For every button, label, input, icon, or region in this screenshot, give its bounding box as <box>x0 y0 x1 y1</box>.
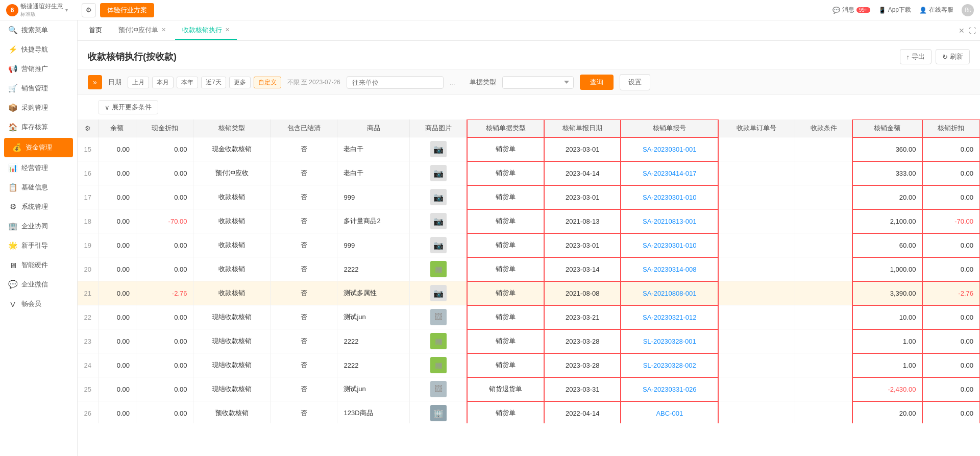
cell-receipt-order-no <box>718 257 795 281</box>
cell-balance: 0.00 <box>98 185 136 209</box>
filter-toggle-button[interactable]: » <box>88 75 102 89</box>
cell-verify-bill-no[interactable]: SA-20230414-017 <box>621 161 718 185</box>
col-header-settings[interactable]: ⚙ <box>78 119 98 137</box>
verify-bill-no-link[interactable]: SA-20230414-017 <box>643 170 697 177</box>
verify-bill-no-link[interactable]: ABC-001 <box>656 410 683 417</box>
verify-bill-no-link[interactable]: SA-20210813-001 <box>643 218 697 225</box>
sidebar-item-wechat[interactable]: 💬企业微信 <box>0 275 77 294</box>
cell-balance: 0.00 <box>98 281 136 305</box>
sidebar-item-base[interactable]: 📋基础信息 <box>0 178 77 197</box>
verify-bill-no-link[interactable]: SA-20230331-026 <box>643 386 697 393</box>
cell-verify-bill-no[interactable]: SA-20230314-008 <box>621 257 718 281</box>
sidebar-item-shortcut[interactable]: ⚡快捷导航 <box>0 40 77 59</box>
sidebar-item-operations[interactable]: 📊经营管理 <box>0 158 77 178</box>
online-service-button[interactable]: 👤 在线客服 <box>919 6 953 14</box>
main-layout: 🔍搜索菜单⚡快捷导航📢营销推广🛒销售管理📦采购管理🏠库存核算💰资金管理📊经营管理… <box>0 20 980 456</box>
expand-more-button[interactable]: ∨ 展开更多条件 <box>98 100 158 114</box>
cell-include-settled: 否 <box>270 161 337 185</box>
cell-verify-bill-no[interactable]: SL-20230328-002 <box>621 353 718 377</box>
sidebar-item-marketing[interactable]: 📢营销推广 <box>0 59 77 79</box>
filter-setting-button[interactable]: 设置 <box>620 74 650 90</box>
cell-verify-bill-no[interactable]: SA-20210808-001 <box>621 281 718 305</box>
sidebar-item-sales[interactable]: 🛒销售管理 <box>0 79 77 98</box>
verify-bill-no-link[interactable]: SL-20230328-001 <box>643 338 696 345</box>
date-btn-custom[interactable]: 自定义 <box>254 77 281 88</box>
app-download-button[interactable]: 📱 App下载 <box>878 6 911 14</box>
query-button[interactable]: 查询 <box>580 75 614 90</box>
verify-bill-no-link[interactable]: SA-20230301-010 <box>643 194 697 201</box>
col-header-receipt-terms: 收款条件 <box>795 119 852 137</box>
cell-verify-bill-type: 销货单 <box>467 209 544 233</box>
cell-no: 24 <box>78 353 98 377</box>
sidebar-item-inventory[interactable]: 🏠库存核算 <box>0 117 77 137</box>
date-btn-more[interactable]: 更多 <box>229 77 251 88</box>
industry-solution-button[interactable]: 体验行业方案 <box>100 3 154 17</box>
bill-type-select[interactable] <box>502 76 574 89</box>
user-avatar[interactable]: Rit <box>962 4 974 16</box>
sidebar-item-guide[interactable]: 🌟新手引导 <box>0 236 77 255</box>
cell-verify-bill-no[interactable]: ABC-001 <box>621 401 718 424</box>
cell-receipt-terms <box>795 305 852 329</box>
sidebar-item-purchase[interactable]: 📦采购管理 <box>0 98 77 117</box>
sidebar-item-corp[interactable]: 🏢企业协同 <box>0 217 77 236</box>
messages-button[interactable]: 💬 消息 99+ <box>832 6 870 14</box>
cell-product-img: ▦ <box>410 353 467 377</box>
tab-close-receipt[interactable]: ✕ <box>225 27 230 33</box>
tab-close-all-icon[interactable]: ✕ <box>959 27 965 35</box>
export-button[interactable]: ↑ 导出 <box>900 49 932 64</box>
cell-receipt-terms <box>795 185 852 209</box>
cell-verify-bill-type: 销货单 <box>467 185 544 209</box>
cell-verify-bill-no[interactable]: SA-20230301-010 <box>621 233 718 257</box>
verify-bill-no-link[interactable]: SA-20230301-001 <box>643 146 697 153</box>
sidebar-label-marketing: 营销推广 <box>21 64 48 74</box>
col-settings-icon[interactable]: ⚙ <box>85 125 91 132</box>
date-btn-this-year[interactable]: 本年 <box>177 77 198 88</box>
sidebar-item-search[interactable]: 🔍搜索菜单 <box>0 20 77 40</box>
cell-verify-bill-no[interactable]: SL-20230328-001 <box>621 329 718 353</box>
cell-receipt-terms <box>795 401 852 424</box>
verify-bill-no-link[interactable]: SL-20230328-002 <box>643 362 696 369</box>
source-unit-input[interactable] <box>347 76 444 89</box>
cell-verify-bill-type: 销货单 <box>467 281 544 305</box>
cell-product: 2222 <box>337 353 410 377</box>
tab-prepay[interactable]: 预付冲应付单 ✕ <box>111 21 173 40</box>
logo-dropdown-arrow[interactable]: ▾ <box>65 7 68 13</box>
cell-verify-bill-no[interactable]: SA-20230301-010 <box>621 185 718 209</box>
settings-gear-button[interactable]: ⚙ <box>82 3 96 17</box>
verify-bill-no-link[interactable]: SA-20230321-012 <box>643 314 697 321</box>
tab-home[interactable]: 首页 <box>82 21 109 40</box>
sidebar-icon-operations: 📊 <box>8 163 17 173</box>
cell-verify-bill-no[interactable]: SA-20230301-001 <box>621 137 718 161</box>
sidebar-item-hardware[interactable]: 🖥智能硬件 <box>0 255 77 275</box>
sidebar-icon-purchase: 📦 <box>8 103 17 112</box>
cell-product: 123D商品 <box>337 401 410 424</box>
verify-bill-no-link[interactable]: SA-20230314-008 <box>643 266 697 273</box>
sidebar-label-sales: 销售管理 <box>21 84 48 93</box>
cell-verify-bill-no[interactable]: SA-20210813-001 <box>621 209 718 233</box>
cell-verify-bill-no[interactable]: SA-20230331-026 <box>621 377 718 401</box>
cell-include-settled: 否 <box>270 353 337 377</box>
cell-verify-type: 现结收款核销 <box>193 353 270 377</box>
sidebar-icon-sales: 🛒 <box>8 84 17 93</box>
tab-receipt[interactable]: 收款核销执行 ✕ <box>175 21 237 40</box>
cell-no: 21 <box>78 281 98 305</box>
verify-bill-no-link[interactable]: SA-20230301-010 <box>643 242 697 249</box>
cell-verify-bill-date: 2022-04-14 <box>544 401 621 424</box>
verify-bill-no-link[interactable]: SA-20210808-001 <box>643 290 697 297</box>
date-btn-7days[interactable]: 近7天 <box>201 77 226 88</box>
sidebar-item-member[interactable]: V畅会员 <box>0 294 77 314</box>
tab-close-prepay[interactable]: ✕ <box>161 27 166 33</box>
sidebar-label-shortcut: 快捷导航 <box>21 45 48 54</box>
date-btn-this-month[interactable]: 本月 <box>152 77 174 88</box>
cell-verify-bill-no[interactable]: SA-20230321-012 <box>621 305 718 329</box>
sidebar-item-system[interactable]: ⚙系统管理 <box>0 197 77 217</box>
app-download-label: App下载 <box>888 6 911 14</box>
tab-expand-icon[interactable]: ⛶ <box>969 27 976 35</box>
cell-verify-type: 预付冲应收 <box>193 161 270 185</box>
date-btn-last-month[interactable]: 上月 <box>128 77 149 88</box>
refresh-button[interactable]: ↻ 刷新 <box>936 49 970 64</box>
cell-verify-bill-date: 2021-08-13 <box>544 209 621 233</box>
cell-product-img: ▦ <box>410 257 467 281</box>
sidebar-item-finance[interactable]: 💰资金管理 <box>4 138 73 157</box>
cell-include-settled: 否 <box>270 233 337 257</box>
